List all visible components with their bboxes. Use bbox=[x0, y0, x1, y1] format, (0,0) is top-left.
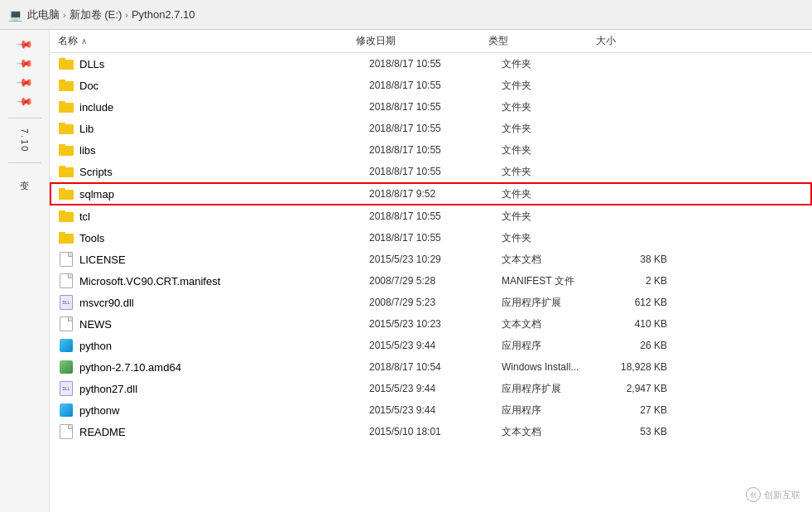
file-type: MANIFEST 文件 bbox=[502, 274, 609, 288]
file-type: 文本文档 bbox=[502, 253, 609, 267]
file-name: DLLs bbox=[79, 58, 369, 70]
file-type: 应用程序扩展 bbox=[502, 296, 609, 310]
breadcrumb-computer[interactable]: 此电脑 bbox=[27, 7, 60, 22]
file-date: 2018/8/17 10:55 bbox=[369, 123, 502, 134]
exe-icon bbox=[58, 402, 74, 418]
file-date: 2018/8/17 10:54 bbox=[369, 361, 502, 373]
file-row[interactable]: libs 2018/8/17 10:55 文件夹 bbox=[50, 139, 812, 161]
file-size: 2,947 KB bbox=[609, 383, 684, 394]
file-name: python-2.7.10.amd64 bbox=[79, 361, 369, 374]
file-row[interactable]: Doc 2018/8/17 10:55 文件夹 bbox=[50, 75, 812, 96]
file-type: 应用程序 bbox=[502, 339, 609, 353]
col-type-label: 类型 bbox=[488, 35, 508, 46]
file-size: 410 KB bbox=[609, 318, 684, 330]
file-date: 2008/7/29 5:23 bbox=[369, 297, 502, 308]
col-header-type[interactable]: 类型 bbox=[488, 34, 596, 48]
file-type: 文件夹 bbox=[502, 143, 609, 157]
file-size: 38 KB bbox=[609, 254, 684, 265]
col-size-label: 大小 bbox=[596, 35, 616, 46]
file-date: 2015/5/23 10:23 bbox=[369, 318, 502, 330]
file-name: README bbox=[79, 426, 369, 438]
file-row[interactable]: Microsoft.VC90.CRT.manifest 2008/7/29 5:… bbox=[50, 270, 812, 292]
file-row[interactable]: Lib 2018/8/17 10:55 文件夹 bbox=[50, 118, 812, 139]
exe-icon bbox=[58, 337, 74, 354]
pin-icon-4[interactable]: 📌 bbox=[14, 91, 35, 112]
sidebar-bottom-label: 变 bbox=[18, 173, 31, 175]
file-name: Lib bbox=[79, 123, 369, 135]
folder-icon bbox=[58, 163, 74, 180]
col-header-size[interactable]: 大小 bbox=[596, 34, 670, 48]
file-size: 26 KB bbox=[609, 340, 684, 351]
file-date: 2015/5/23 9:44 bbox=[369, 340, 502, 351]
file-row[interactable]: DLL msvcr90.dll 2008/7/29 5:23 应用程序扩展 61… bbox=[50, 292, 812, 313]
file-row[interactable]: tcl 2018/8/17 10:55 文件夹 bbox=[50, 205, 812, 227]
file-size: 18,928 KB bbox=[609, 361, 684, 373]
address-bar: 💻 此电脑 › 新加卷 (E:) › Python2.7.10 bbox=[0, 0, 812, 30]
file-date: 2018/8/17 9:52 bbox=[369, 188, 502, 200]
column-headers: 名称 ∧ 修改日期 类型 大小 bbox=[50, 30, 812, 53]
file-row[interactable]: python 2015/5/23 9:44 应用程序 26 KB bbox=[50, 335, 812, 356]
file-row[interactable]: pythonw 2015/5/23 9:44 应用程序 27 KB bbox=[50, 399, 812, 421]
file-size: 2 KB bbox=[609, 275, 684, 287]
file-row[interactable]: LICENSE 2015/5/23 10:29 文本文档 38 KB bbox=[50, 249, 812, 270]
document-icon bbox=[58, 316, 74, 332]
file-type: 文件夹 bbox=[502, 122, 609, 136]
folder-icon bbox=[58, 186, 74, 202]
file-date: 2018/8/17 10:55 bbox=[369, 166, 502, 177]
file-type: 文本文档 bbox=[502, 317, 609, 331]
col-header-name[interactable]: 名称 ∧ bbox=[58, 34, 356, 48]
file-date: 2018/8/17 10:55 bbox=[369, 80, 502, 91]
file-row[interactable]: README 2015/5/10 18:01 文本文档 53 KB bbox=[50, 421, 812, 442]
breadcrumb-folder[interactable]: Python2.7.10 bbox=[132, 8, 195, 21]
file-date: 2015/5/23 9:44 bbox=[369, 404, 502, 416]
file-name: sqlmap bbox=[79, 188, 369, 200]
file-name: LICENSE bbox=[79, 254, 369, 266]
folder-icon bbox=[58, 56, 74, 72]
pin-icon-3[interactable]: 📌 bbox=[14, 72, 35, 93]
file-name: libs bbox=[79, 144, 369, 157]
file-name: tcl bbox=[79, 210, 369, 223]
breadcrumb-drive[interactable]: 新加卷 (E:) bbox=[70, 7, 123, 22]
pin-icon-2[interactable]: 📌 bbox=[14, 53, 35, 74]
folder-icon bbox=[58, 77, 74, 94]
sidebar: 📌 📌 📌 📌 7.10 变 bbox=[0, 30, 50, 512]
col-header-date[interactable]: 修改日期 bbox=[356, 34, 488, 48]
document-icon bbox=[58, 251, 74, 268]
file-row[interactable]: DLL python27.dll 2015/5/23 9:44 应用程序扩展 2… bbox=[50, 378, 812, 399]
file-row[interactable]: Tools 2018/8/17 10:55 文件夹 bbox=[50, 227, 812, 249]
file-date: 2018/8/17 10:55 bbox=[369, 101, 502, 113]
folder-icon bbox=[58, 229, 74, 246]
file-name: Tools bbox=[79, 232, 369, 244]
file-type: 文件夹 bbox=[502, 231, 609, 245]
address-icon: 💻 bbox=[8, 8, 22, 22]
file-list: DLLs 2018/8/17 10:55 文件夹 Doc 2018/8/17 1… bbox=[50, 53, 812, 512]
file-type: 文本文档 bbox=[502, 425, 609, 439]
file-date: 2018/8/17 10:55 bbox=[369, 232, 502, 244]
file-type: 应用程序 bbox=[502, 403, 609, 418]
file-type: 文件夹 bbox=[502, 210, 609, 224]
main-layout: 📌 📌 📌 📌 7.10 变 名称 ∧ 修改日期 类型 大小 bbox=[0, 30, 812, 512]
document-icon bbox=[58, 273, 74, 289]
file-row[interactable]: python-2.7.10.amd64 2018/8/17 10:54 Wind… bbox=[50, 356, 812, 378]
file-row[interactable]: NEWS 2015/5/23 10:23 文本文档 410 KB bbox=[50, 313, 812, 335]
file-date: 2018/8/17 10:55 bbox=[369, 144, 502, 156]
file-name: Microsoft.VC90.CRT.manifest bbox=[79, 275, 369, 287]
file-row[interactable]: DLLs 2018/8/17 10:55 文件夹 bbox=[50, 53, 812, 75]
document-icon bbox=[58, 423, 74, 440]
file-date: 2018/8/17 10:55 bbox=[369, 210, 502, 222]
file-date: 2015/5/23 9:44 bbox=[369, 383, 502, 394]
file-type: 文件夹 bbox=[502, 57, 609, 71]
col-date-label: 修改日期 bbox=[356, 35, 396, 46]
col-name-label: 名称 bbox=[58, 34, 78, 48]
file-size: 53 KB bbox=[609, 426, 684, 437]
folder-icon bbox=[58, 120, 74, 137]
file-size: 27 KB bbox=[609, 404, 684, 416]
pin-icon-1[interactable]: 📌 bbox=[14, 34, 35, 55]
file-row[interactable]: sqlmap 2018/8/17 9:52 文件夹 bbox=[50, 182, 812, 205]
breadcrumb[interactable]: 此电脑 › 新加卷 (E:) › Python2.7.10 bbox=[27, 7, 195, 22]
file-date: 2018/8/17 10:55 bbox=[369, 58, 502, 70]
file-row[interactable]: Scripts 2018/8/17 10:55 文件夹 bbox=[50, 161, 812, 182]
file-name: python27.dll bbox=[79, 383, 369, 395]
file-row[interactable]: include 2018/8/17 10:55 文件夹 bbox=[50, 96, 812, 118]
sort-arrow-icon: ∧ bbox=[81, 36, 87, 46]
